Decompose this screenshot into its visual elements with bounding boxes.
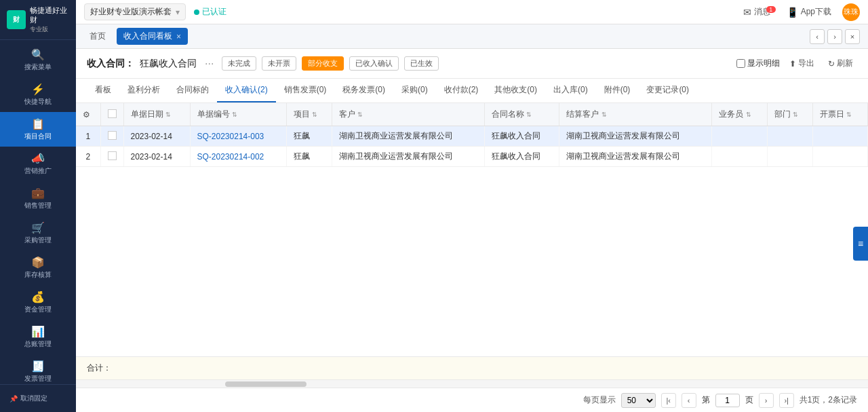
page-number-input[interactable] <box>715 394 740 407</box>
salesman-column-label: 业务员 <box>719 109 743 119</box>
horizontal-scrollbar[interactable] <box>76 379 868 388</box>
settle-customer-column-header[interactable]: 结算客户 ⇅ <box>559 103 712 126</box>
settle-customer-column-label: 结算客户 <box>566 109 599 119</box>
unpin-button[interactable]: 📌 取消固定 <box>5 390 71 407</box>
prev-tab-button[interactable]: ‹ <box>810 29 825 44</box>
close-tab-button[interactable]: × <box>176 32 181 41</box>
sub-tab-changes[interactable]: 变更记录(0) <box>638 79 697 102</box>
status-ysrqr-button[interactable]: 已收入确认 <box>349 56 399 71</box>
sub-tab-attachment[interactable]: 附件(0) <box>596 79 639 102</box>
customer-sort-icon: ⇅ <box>357 111 363 118</box>
select-all-checkbox[interactable] <box>108 109 117 118</box>
row-code-link-1[interactable]: SQ-20230214-003 <box>197 132 264 141</box>
show-detail-checkbox-input[interactable] <box>736 59 745 68</box>
scrollbar-thumb[interactable] <box>225 381 307 387</box>
sidebar-item-inventory[interactable]: 📦 库存核算 <box>0 250 76 285</box>
first-page-button[interactable]: |‹ <box>661 393 676 408</box>
table-row[interactable]: 2 2023-02-14 SQ-20230214-002 狂飙 湖南卫视商业运营… <box>76 147 868 167</box>
contract-column-header[interactable]: 合同名称 ⇅ <box>484 103 559 126</box>
sidebar-item-search[interactable]: 🔍 搜索菜单 <box>0 43 76 77</box>
sidebar-item-purchase[interactable]: 🛒 采购管理 <box>0 216 76 250</box>
last-page-button[interactable]: ›| <box>779 393 794 408</box>
dept-column-header[interactable]: 部门 ⇅ <box>767 103 812 126</box>
table-row[interactable]: 1 2023-02-14 SQ-20230214-003 狂飙 湖南卫视商业运营… <box>76 126 868 147</box>
sidebar-menu: 🔍 搜索菜单 ⚡ 快捷导航 📋 项目合同 📣 营销推广 💼 销售管理 🛒 采购管… <box>0 40 76 384</box>
date-column-label: 单据日期 <box>131 109 163 119</box>
row-code-link-2[interactable]: SQ-20230214-002 <box>197 152 264 162</box>
table-wrapper: ⚙ 单据日期 ⇅ 单据编号 ⇅ <box>76 103 868 412</box>
sidebar-item-ledger[interactable]: 📊 总账管理 <box>0 320 76 354</box>
table-header-row: ⚙ 单据日期 ⇅ 单据编号 ⇅ <box>76 103 868 126</box>
sidebar-item-invoice[interactable]: 🧾 发票管理 <box>0 354 76 384</box>
inventory-icon: 📦 <box>31 256 45 269</box>
sidebar-item-finance[interactable]: 💰 资金管理 <box>0 285 76 320</box>
code-column-header[interactable]: 单据编号 ⇅ <box>190 103 286 126</box>
row-checkbox-1[interactable] <box>100 126 123 147</box>
app-download-button[interactable]: 📱 App下载 <box>787 6 831 18</box>
row-salesman-1 <box>712 126 767 147</box>
verified-label: 已认证 <box>202 6 226 18</box>
sidebar-item-project[interactable]: 📋 项目合同 <box>0 112 76 147</box>
settings-column-header[interactable]: ⚙ <box>76 103 100 126</box>
sidebar-item-project-label: 项目合同 <box>24 132 52 141</box>
sub-tab-kanban[interactable]: 看板 <box>87 79 119 102</box>
prev-page-button[interactable]: ‹ <box>682 393 696 408</box>
status-bfss-button[interactable]: 部分收支 <box>302 56 344 71</box>
row-code-1[interactable]: SQ-20230214-003 <box>190 126 286 147</box>
side-action-button[interactable]: ≡ <box>853 227 868 261</box>
opendate-sort-icon: ⇅ <box>846 111 852 118</box>
customer-column-header[interactable]: 客户 ⇅ <box>332 103 484 126</box>
project-sort-icon: ⇅ <box>312 111 317 118</box>
sidebar-item-quick[interactable]: ⚡ 快捷导航 <box>0 77 76 112</box>
row-date-1: 2023-02-14 <box>123 126 190 147</box>
settle-customer-sort-icon: ⇅ <box>601 111 607 118</box>
sub-tab-sales-invoice[interactable]: 销售发票(0) <box>276 79 335 102</box>
salesman-column-header[interactable]: 业务员 ⇅ <box>712 103 767 126</box>
next-tab-button[interactable]: › <box>827 29 842 44</box>
row-code-2[interactable]: SQ-20230214-002 <box>190 147 286 167</box>
home-tab[interactable]: 首页 <box>84 31 111 42</box>
sub-tab-purchase[interactable]: 采购(0) <box>393 79 436 102</box>
avatar-name: 珠珠 <box>844 7 859 17</box>
date-column-header[interactable]: 单据日期 ⇅ <box>123 103 190 126</box>
sub-tab-payment[interactable]: 收付款(2) <box>436 79 487 102</box>
export-button[interactable]: ⬆ 导出 <box>785 56 818 71</box>
table-container[interactable]: ⚙ 单据日期 ⇅ 单据编号 ⇅ <box>76 103 868 356</box>
row-check-icon-1[interactable] <box>108 131 117 140</box>
active-tab[interactable]: 收入合同看板 × <box>117 28 188 45</box>
per-page-select[interactable]: 50 100 200 <box>621 393 656 408</box>
sub-navigation: 看板 盈利分析 合同标的 收入确认(2) 销售发票(0) 税务发票(0) 采购(… <box>76 79 868 103</box>
marketing-icon: 📣 <box>31 152 45 165</box>
status-wkp-button[interactable]: 未开票 <box>262 56 296 71</box>
company-selector[interactable]: 好业财专业版演示帐套 ▾ <box>84 3 186 20</box>
next-page-button[interactable]: › <box>759 393 774 408</box>
sub-tab-income-confirm[interactable]: 收入确认(2) <box>217 79 276 102</box>
message-button[interactable]: ✉ 消息 1 <box>743 6 776 18</box>
sidebar-item-purchase-label: 采购管理 <box>24 236 52 245</box>
refresh-button[interactable]: ↻ 刷新 <box>824 56 857 71</box>
close-tab-nav-button[interactable]: × <box>845 29 860 44</box>
row-dept-1 <box>767 126 812 147</box>
sales-icon: 💼 <box>31 187 45 200</box>
opendate-column-header[interactable]: 开票日 ⇅ <box>812 103 867 126</box>
sub-tab-contract-target[interactable]: 合同标的 <box>168 79 217 102</box>
sidebar-item-marketing[interactable]: 📣 营销推广 <box>0 147 76 181</box>
row-opendate-2 <box>812 147 867 167</box>
sub-tab-profit[interactable]: 盈利分析 <box>119 79 168 102</box>
status-ysx-button[interactable]: 已生效 <box>404 56 439 71</box>
sidebar-item-sales[interactable]: 💼 销售管理 <box>0 181 76 216</box>
main-area: 好业财专业版演示帐套 ▾ 已认证 ✉ 消息 1 📱 App下载 珠珠 首页 收入 <box>76 0 868 412</box>
show-detail-toggle[interactable]: 显示明细 <box>736 58 780 69</box>
verified-dot <box>194 10 199 15</box>
project-column-header[interactable]: 项目 ⇅ <box>286 103 332 126</box>
row-dept-2 <box>767 147 812 167</box>
row-check-icon-2[interactable] <box>108 151 117 160</box>
status-wc-button[interactable]: 未完成 <box>222 56 256 71</box>
sub-tab-other[interactable]: 其他收支(0) <box>486 79 545 102</box>
more-options-button[interactable]: ··· <box>202 58 216 70</box>
total-info: 共1页，2条记录 <box>800 394 857 406</box>
sub-tab-warehouse[interactable]: 出入库(0) <box>545 79 596 102</box>
row-checkbox-2[interactable] <box>100 147 123 167</box>
user-avatar[interactable]: 珠珠 <box>842 3 860 21</box>
sub-tab-tax-invoice[interactable]: 税务发票(0) <box>334 79 393 102</box>
